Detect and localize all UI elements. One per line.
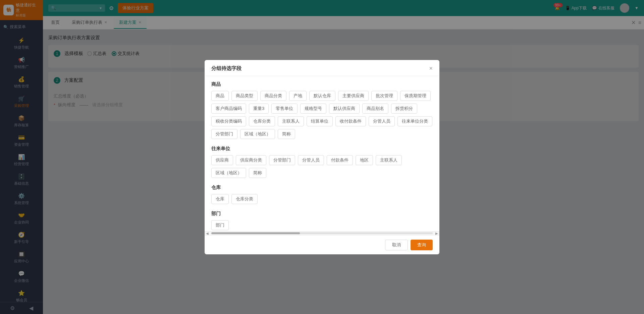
field-tag[interactable]: 结算单位 xyxy=(307,116,333,126)
field-tag[interactable]: 分管部门 xyxy=(269,155,295,165)
field-group-title-product: 商品 xyxy=(211,81,433,87)
field-tag[interactable]: 分管人员 xyxy=(369,116,395,126)
modal-confirm-button[interactable]: 查询 xyxy=(411,240,433,250)
field-tag[interactable]: 客户商品编码 xyxy=(211,104,246,114)
field-tag[interactable]: 主要供应商 xyxy=(338,91,369,101)
hscroll-right-arrow[interactable]: ▶ xyxy=(434,232,439,235)
field-tag[interactable]: 地区 xyxy=(356,155,373,165)
field-group-title-department: 部门 xyxy=(211,211,433,217)
field-tag[interactable]: 分管人员 xyxy=(298,155,324,165)
field-tag[interactable]: 默认仓库 xyxy=(309,91,335,101)
field-tag[interactable]: 往来单位分类 xyxy=(397,116,432,126)
field-tag[interactable]: 供应商分类 xyxy=(236,155,266,165)
hscroll-left-arrow[interactable]: ◀ xyxy=(205,232,210,235)
field-tag[interactable]: 区域（地区） xyxy=(240,129,275,139)
field-group-title-warehouse: 仓库 xyxy=(211,185,433,191)
hscroll-thumb xyxy=(211,232,300,234)
field-tag[interactable]: 批次管理 xyxy=(371,91,397,101)
field-tag[interactable]: 部门 xyxy=(211,220,229,230)
field-list-product: 商品商品类型商品分类产地默认仓库主要供应商批次管理保质期管理客户商品编码重量3零… xyxy=(211,91,433,139)
field-tag[interactable]: 重量3 xyxy=(249,104,269,114)
field-tag[interactable]: 仓库 xyxy=(211,194,229,204)
field-tag[interactable]: 主联系人 xyxy=(278,116,304,126)
field-group-warehouse: 仓库仓库仓库分类 xyxy=(211,185,433,204)
field-tag[interactable]: 区域（地区） xyxy=(211,168,246,178)
field-group-product: 商品商品商品类型商品分类产地默认仓库主要供应商批次管理保质期管理客户商品编码重量… xyxy=(211,81,433,139)
modal-title: 分组待选字段 xyxy=(211,65,241,72)
field-tag[interactable]: 付款条件 xyxy=(327,155,353,165)
modal-horizontal-scrollbar[interactable]: ◀ ▶ xyxy=(205,231,439,235)
modal-cancel-button[interactable]: 取消 xyxy=(385,240,408,250)
field-tag[interactable]: 保质期管理 xyxy=(400,91,431,101)
field-tag[interactable]: 供应商 xyxy=(211,155,233,165)
field-group-department: 部门部门 xyxy=(211,211,433,230)
field-tag[interactable]: 零售单位 xyxy=(271,104,298,114)
modal-footer: 取消 查询 xyxy=(205,235,439,254)
field-tag[interactable]: 商品 xyxy=(211,91,229,101)
field-tag[interactable]: 规格型号 xyxy=(300,104,326,114)
field-tag[interactable]: 主联系人 xyxy=(376,155,402,165)
field-tag[interactable]: 收付款条件 xyxy=(335,116,366,126)
field-list-warehouse: 仓库仓库分类 xyxy=(211,194,433,204)
field-tag[interactable]: 分管部门 xyxy=(211,129,237,139)
field-tag[interactable]: 简称 xyxy=(249,168,266,178)
field-tag[interactable]: 仓库分类 xyxy=(249,116,275,126)
modal-close-button[interactable]: × xyxy=(429,65,433,71)
field-tag[interactable]: 简称 xyxy=(278,129,295,139)
field-tag[interactable]: 默认供应商 xyxy=(329,104,360,114)
field-group-title-partner: 往来单位 xyxy=(211,146,433,152)
field-tag[interactable]: 产地 xyxy=(289,91,307,101)
field-list-department: 部门 xyxy=(211,220,433,230)
field-tag[interactable]: 拆货积分 xyxy=(391,104,417,114)
field-list-partner: 供应商供应商分类分管部门分管人员付款条件地区主联系人区域（地区）简称 xyxy=(211,155,433,178)
modal-header: 分组待选字段 × xyxy=(205,60,439,76)
field-tag[interactable]: 商品类型 xyxy=(231,91,258,101)
field-tag[interactable]: 仓库分类 xyxy=(231,194,258,204)
field-tag[interactable]: 商品别名 xyxy=(362,104,388,114)
modal-body[interactable]: 商品商品商品类型商品分类产地默认仓库主要供应商批次管理保质期管理客户商品编码重量… xyxy=(205,76,439,231)
field-tag[interactable]: 商品分类 xyxy=(260,91,286,101)
field-group-partner: 往来单位供应商供应商分类分管部门分管人员付款条件地区主联系人区域（地区）简称 xyxy=(211,146,433,178)
hscroll-track xyxy=(211,232,433,234)
field-tag[interactable]: 税收分类编码 xyxy=(211,116,246,126)
modal-overlay: 分组待选字段 × 商品商品商品类型商品分类产地默认仓库主要供应商批次管理保质期管… xyxy=(0,0,644,314)
field-select-modal: 分组待选字段 × 商品商品商品类型商品分类产地默认仓库主要供应商批次管理保质期管… xyxy=(205,60,439,254)
